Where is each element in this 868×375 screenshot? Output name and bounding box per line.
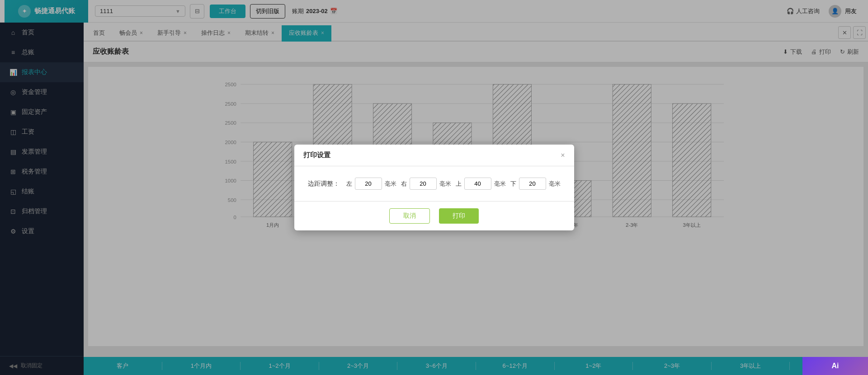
- margin-bottom-group: 下 毫米: [510, 178, 561, 190]
- bottom-margin-input[interactable]: [519, 178, 546, 190]
- top-unit: 毫米: [494, 180, 506, 188]
- bottom-unit: 毫米: [549, 180, 561, 188]
- ai-label: Ai: [832, 362, 839, 370]
- print-settings-dialog: 打印设置 × 边距调整： 左 毫米 右 毫米 上 毫米: [294, 145, 574, 230]
- margin-settings-row: 边距调整： 左 毫米 右 毫米 上 毫米 下: [308, 178, 561, 190]
- margin-label: 边距调整：: [308, 180, 340, 188]
- modal-overlay: 打印设置 × 边距调整： 左 毫米 右 毫米 上 毫米: [0, 0, 868, 375]
- print-confirm-button[interactable]: 打印: [439, 208, 479, 224]
- left-unit: 毫米: [385, 180, 396, 188]
- dialog-close-button[interactable]: ×: [561, 151, 565, 159]
- right-margin-input[interactable]: [410, 178, 437, 190]
- dialog-header: 打印设置 ×: [294, 145, 574, 166]
- dialog-footer: 取消 打印: [294, 201, 574, 230]
- top-label: 上: [456, 180, 462, 188]
- top-margin-input[interactable]: [464, 178, 491, 190]
- margin-left-group: 左 毫米: [346, 178, 396, 190]
- dialog-body: 边距调整： 左 毫米 右 毫米 上 毫米 下: [294, 166, 574, 201]
- right-unit: 毫米: [439, 180, 451, 188]
- bottom-label: 下: [510, 180, 516, 188]
- margin-right-group: 右 毫米: [401, 178, 451, 190]
- margin-top-group: 上 毫米: [456, 178, 506, 190]
- ai-badge[interactable]: Ai: [802, 357, 868, 375]
- left-margin-input[interactable]: [355, 178, 382, 190]
- left-label: 左: [346, 180, 352, 188]
- dialog-title: 打印设置: [303, 151, 330, 159]
- right-label: 右: [401, 180, 407, 188]
- cancel-button[interactable]: 取消: [389, 208, 430, 224]
